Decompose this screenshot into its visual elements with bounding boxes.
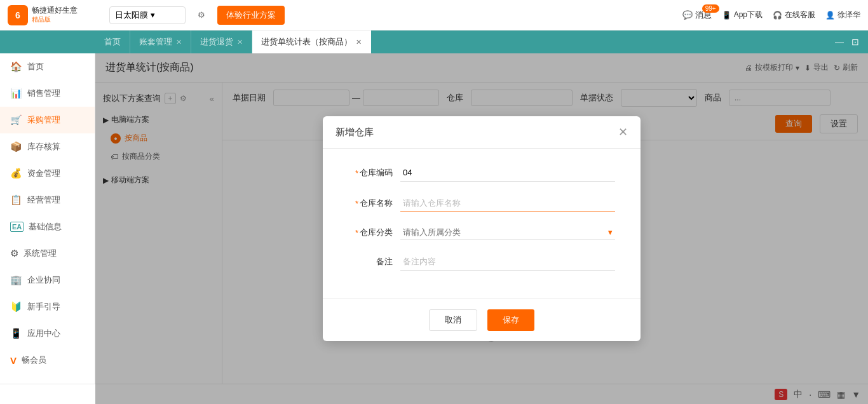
- sales-icon: 📊: [10, 88, 22, 99]
- chevron-down-icon: ▾: [151, 10, 155, 20]
- tab-purchase-stat[interactable]: 进货单统计表（按商品） ✕: [252, 30, 371, 53]
- tab-actions: — ⊡: [831, 34, 868, 50]
- finance-icon: 💰: [10, 168, 22, 179]
- sidebar-item-inventory[interactable]: 📦 库存核算: [0, 133, 95, 160]
- tab-purchase-return[interactable]: 进货退货 ✕: [191, 30, 252, 53]
- sidebar-item-home[interactable]: 🏠 首页: [0, 53, 95, 80]
- sidebar-item-sales[interactable]: 📊 销售管理: [0, 80, 95, 107]
- modal-header: 新增仓库 ✕: [323, 116, 641, 149]
- phone-icon: 📱: [722, 11, 731, 20]
- tab-account[interactable]: 账套管理 ✕: [130, 30, 191, 53]
- warehouse-category-select[interactable]: ▾: [400, 225, 615, 240]
- gear-button[interactable]: ⚙: [192, 6, 211, 25]
- tab-close-purchase-return[interactable]: ✕: [237, 38, 243, 46]
- warehouse-code-input[interactable]: [400, 164, 615, 182]
- app-download-button[interactable]: 📱 App下载: [722, 10, 763, 20]
- modal-title: 新增仓库: [336, 126, 374, 138]
- home-icon: 🏠: [10, 61, 22, 72]
- content-area: 进货单统计(按商品) 🖨 按模板打印 ▾ ⬇ 导出 ↻ 刷新: [95, 53, 868, 404]
- try-industry-button[interactable]: 体验行业方案: [217, 6, 285, 25]
- main-layout: 🏠 首页 📊 销售管理 🛒 采购管理 📦 库存核算 💰 资金管理 📋 经营管理 …: [0, 53, 868, 404]
- category-input[interactable]: [403, 227, 608, 237]
- purchase-icon: 🛒: [10, 114, 22, 126]
- tab-home[interactable]: 首页: [95, 30, 130, 53]
- message-icon: 💬: [682, 10, 693, 20]
- operations-icon: 📋: [10, 194, 22, 206]
- headset-icon: 🎧: [773, 11, 782, 20]
- message-badge: 99+: [702, 4, 719, 13]
- sidebar-item-member[interactable]: V 畅会员: [0, 347, 95, 374]
- header-right: 💬 消息 99+ 📱 App下载 🎧 在线客服 👤 徐泽华: [682, 10, 860, 21]
- modal-body: * 仓库编码 * 仓库名称: [323, 149, 641, 299]
- sidebar-item-operations[interactable]: 📋 经营管理: [0, 187, 95, 213]
- message-button[interactable]: 💬 消息 99+: [682, 10, 712, 21]
- basic-info-icon: EA: [10, 222, 24, 232]
- sidebar-item-basic-info[interactable]: EA 基础信息: [0, 213, 95, 240]
- logo-icon: 6: [8, 5, 28, 25]
- user-name: 徐泽华: [837, 10, 860, 20]
- tab-close-account[interactable]: ✕: [176, 38, 182, 46]
- sidebar-item-purchase[interactable]: 🛒 采购管理: [0, 107, 95, 133]
- form-label-category: * 仓库分类: [348, 227, 393, 238]
- warehouse-remark-input[interactable]: [400, 253, 615, 271]
- new-warehouse-modal: 新增仓库 ✕ * 仓库编码 *: [323, 116, 641, 341]
- modal-close-button[interactable]: ✕: [618, 125, 628, 139]
- sidebar-item-finance[interactable]: 💰 资金管理: [0, 160, 95, 187]
- user-icon: 👤: [825, 11, 835, 20]
- modal-footer: 取消 保存: [323, 299, 641, 341]
- sidebar-item-system[interactable]: ⚙ 系统管理: [0, 240, 95, 267]
- top-header: 6 畅捷通好生意 精品版 日太阳膜 ▾ ⚙ 体验行业方案 💬 消息 99+ 📱 …: [0, 0, 868, 30]
- guide-icon: 🔰: [10, 301, 22, 313]
- form-row-code: * 仓库编码: [348, 164, 615, 182]
- form-label-code: * 仓库编码: [348, 167, 393, 178]
- inventory-icon: 📦: [10, 141, 22, 152]
- sidebar-item-guide[interactable]: 🔰 新手引导: [0, 293, 95, 320]
- modal-overlay: 新增仓库 ✕ * 仓库编码 *: [95, 53, 868, 404]
- store-selector[interactable]: 日太阳膜 ▾: [109, 6, 186, 24]
- form-label-remark: 备注: [348, 256, 393, 267]
- sidebar: 🏠 首页 📊 销售管理 🛒 采购管理 📦 库存核算 💰 资金管理 📋 经营管理 …: [0, 53, 95, 404]
- tab-minimize-icon[interactable]: —: [831, 34, 848, 50]
- store-name: 日太阳膜: [115, 10, 148, 21]
- gear-icon: ⚙: [198, 10, 205, 20]
- form-row-remark: 备注: [348, 253, 615, 271]
- logo-area: 6 畅捷通好生意 精品版: [8, 5, 103, 25]
- form-label-name: * 仓库名称: [348, 198, 393, 209]
- form-row-category: * 仓库分类 ▾: [348, 225, 615, 240]
- system-icon: ⚙: [10, 248, 18, 259]
- member-icon: V: [10, 355, 17, 366]
- sidebar-item-apps[interactable]: 📱 应用中心: [0, 320, 95, 347]
- logo-text: 畅捷通好生意: [32, 6, 78, 16]
- select-arrow-icon: ▾: [608, 227, 613, 237]
- tab-bar: 首页 账套管理 ✕ 进货退货 ✕ 进货单统计表（按商品） ✕ — ⊡: [0, 30, 868, 53]
- logo-sub: 精品版: [32, 15, 78, 24]
- user-menu[interactable]: 👤 徐泽华: [825, 10, 860, 20]
- sidebar-item-enterprise[interactable]: 🏢 企业协同: [0, 267, 95, 293]
- tab-maximize-icon[interactable]: ⊡: [848, 34, 863, 50]
- warehouse-name-input[interactable]: [400, 194, 615, 212]
- enterprise-icon: 🏢: [10, 274, 22, 286]
- cancel-button[interactable]: 取消: [429, 309, 477, 331]
- apps-icon: 📱: [10, 328, 22, 339]
- online-service-button[interactable]: 🎧 在线客服: [773, 10, 815, 20]
- form-row-name: * 仓库名称: [348, 194, 615, 212]
- tab-close-purchase-stat[interactable]: ✕: [356, 38, 362, 46]
- save-button[interactable]: 保存: [487, 309, 534, 331]
